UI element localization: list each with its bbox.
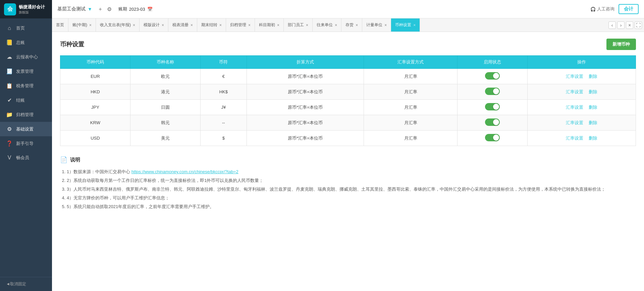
- sidebar-item-label-guide: 新手引导: [16, 141, 34, 147]
- toggle-0[interactable]: [485, 72, 500, 80]
- tab-close-template[interactable]: ×: [162, 23, 164, 28]
- new-currency-button[interactable]: 新增币种: [606, 39, 636, 50]
- toggle-1[interactable]: [485, 88, 500, 95]
- table-cell-2-actions: 汇率设置删除: [528, 100, 636, 115]
- notes-item-3: 3）人民币对马来西亚林吉特、俄罗斯卢布、南非兰特、韩元、阿联酋迪拉姆、沙特里亚尔…: [67, 185, 636, 194]
- dropdown-icon[interactable]: ▼: [88, 6, 92, 12]
- sidebar-item-invoice[interactable]: 🧾发票管理: [0, 64, 52, 79]
- sidebar-footer[interactable]: ◄取消固定: [0, 277, 52, 291]
- tab-label-template: 模版设计: [144, 22, 160, 28]
- tab-interim[interactable]: 账(中期)×: [68, 18, 96, 32]
- sidebar-item-label-tax: 税务管理: [16, 83, 34, 89]
- rate-settings-link-4[interactable]: 汇率设置: [566, 136, 583, 141]
- page-content: 币种设置 新增币种 币种代码币种名称币符折算方式汇率设置方式启用状态操作 EUR…: [52, 32, 644, 291]
- sidebar-item-home[interactable]: ⌂首页: [0, 21, 52, 35]
- sidebar-item-label-member: 畅会员: [16, 155, 29, 161]
- period-value: 2023-03: [129, 7, 145, 12]
- notes-item-2: 2）系统自动获取每月第一个工作日的汇率标价，统一为直接标价法，即1外币可以兑换的…: [67, 176, 636, 185]
- sidebar-item-label-invoice: 发票管理: [16, 68, 34, 75]
- tab-period-end[interactable]: 期末结转×: [197, 18, 226, 32]
- logo-icon: 会: [4, 3, 16, 15]
- tab-close-subject-init[interactable]: ×: [277, 23, 279, 28]
- sidebar-item-tax[interactable]: 📋税务管理: [0, 79, 52, 93]
- table-header-4: 汇率设置方式: [364, 56, 457, 69]
- china-money-link[interactable]: https://www.chinamoney.com.cn/chinese/bk…: [131, 169, 238, 174]
- tab-contacts[interactable]: 往来单位×: [313, 18, 341, 32]
- delete-link-4[interactable]: 删除: [589, 136, 597, 141]
- table-cell-2-3: 原币*汇率=本位币: [247, 100, 364, 115]
- table-cell-4-actions: 汇率设置删除: [528, 131, 636, 146]
- delete-link-2[interactable]: 删除: [589, 105, 597, 110]
- tab-close-unit[interactable]: ×: [384, 23, 387, 28]
- table-cell-3-3: 原币*汇率=本位币: [247, 115, 364, 131]
- logo-text: 畅捷通好会计 旗舰版: [19, 4, 45, 15]
- table-cell-0-actions: 汇率设置删除: [528, 69, 636, 84]
- tab-close-contacts[interactable]: ×: [335, 23, 337, 28]
- tab-subject-init[interactable]: 科目期初×: [255, 18, 284, 32]
- tab-close-tax-clearance[interactable]: ×: [191, 23, 193, 28]
- rate-settings-link-2[interactable]: 汇率设置: [566, 105, 583, 110]
- sidebar-item-archive[interactable]: 📁归档管理: [0, 107, 52, 122]
- tab-currency[interactable]: 币种设置×: [391, 18, 420, 32]
- toggle-4[interactable]: [485, 134, 500, 141]
- rate-settings-link-1[interactable]: 汇率设置: [566, 89, 583, 94]
- rate-settings-link-3[interactable]: 汇率设置: [566, 120, 583, 125]
- sidebar-item-checkout[interactable]: ✔结账: [0, 93, 52, 107]
- calendar-icon[interactable]: 📅: [147, 7, 153, 12]
- sidebar: 会 畅捷通好会计 旗舰版 ⌂首页📒总账☁云报表中心🧾发票管理📋税务管理✔结账📁归…: [0, 0, 52, 291]
- period-selector[interactable]: 账期 2023-03 📅: [118, 6, 153, 12]
- tab-close-period-end[interactable]: ×: [219, 23, 222, 28]
- tab-label-inventory: 存货: [345, 22, 354, 28]
- delete-link-1[interactable]: 删除: [589, 89, 597, 94]
- tab-tax-clearance[interactable]: 税表清册×: [168, 18, 197, 32]
- help-label: 人工咨询: [597, 6, 614, 12]
- tab-close-interim[interactable]: ×: [89, 23, 92, 28]
- sidebar-item-general-ledger[interactable]: 📒总账: [0, 35, 52, 50]
- sidebar-item-settings[interactable]: ⚙基础设置: [0, 122, 52, 136]
- toggle-2[interactable]: [485, 103, 500, 110]
- tab-template[interactable]: 模版设计×: [140, 18, 168, 32]
- tab-close-currency[interactable]: ×: [413, 23, 416, 28]
- nav-icon-general-ledger: 📒: [6, 39, 13, 46]
- tab-archive-mgmt[interactable]: 归档管理×: [226, 18, 255, 32]
- table-cell-0-1: 欧元: [130, 69, 200, 84]
- tab-home[interactable]: 首页: [52, 18, 68, 32]
- tab-close-archive-mgmt[interactable]: ×: [248, 23, 251, 28]
- tab-close-dept-staff[interactable]: ×: [306, 23, 308, 28]
- table-header-1: 币种名称: [130, 56, 200, 69]
- tab-income[interactable]: 收入支出表(年报)×: [96, 18, 140, 32]
- sidebar-item-member[interactable]: V畅会员: [0, 151, 52, 165]
- tab-close-all-button[interactable]: ×: [626, 21, 633, 29]
- delete-link-3[interactable]: 删除: [589, 120, 597, 125]
- user-role-button[interactable]: 会计: [619, 4, 639, 14]
- tab-dept-staff[interactable]: 部门员工×: [284, 18, 313, 32]
- toggle-3[interactable]: [485, 118, 500, 126]
- help-button[interactable]: 🎧 人工咨询: [590, 6, 614, 12]
- tab-inventory[interactable]: 存货×: [341, 18, 362, 32]
- tab-close-inventory[interactable]: ×: [356, 23, 358, 28]
- tab-prev-button[interactable]: ‹: [608, 21, 616, 29]
- tab-label-interim: 账(中期): [72, 22, 87, 28]
- rate-settings-link-0[interactable]: 汇率设置: [566, 74, 583, 79]
- tab-label-period-end: 期末结转: [201, 22, 217, 28]
- tab-expand-button[interactable]: ⛶: [635, 21, 642, 29]
- notes-list: 1）数据来源：中国外汇交易中心 https://www.chinamoney.c…: [60, 167, 636, 211]
- notes-title-text: 说明: [70, 157, 80, 163]
- tab-next-button[interactable]: ›: [617, 21, 625, 29]
- sidebar-item-guide[interactable]: ❓新手引导: [0, 136, 52, 151]
- table-cell-0-0: EUR: [60, 69, 130, 84]
- tab-unit[interactable]: 计量单位×: [362, 18, 391, 32]
- add-icon[interactable]: ＋: [98, 6, 103, 13]
- table-cell-0-2: €: [200, 69, 247, 84]
- table-cell-2-1: 日圆: [130, 100, 200, 115]
- settings-icon[interactable]: ⚙: [107, 6, 112, 12]
- sidebar-item-label-archive: 归档管理: [16, 112, 34, 118]
- tabbar: 首页账(中期)×收入支出表(年报)×模版设计×税表清册×期末结转×归档管理×科目…: [52, 18, 644, 32]
- table-cell-4-2: $: [200, 131, 247, 146]
- notes-item-0: 1）数据来源：中国外汇交易中心 https://www.chinamoney.c…: [67, 167, 636, 176]
- project-selector[interactable]: 基层工会测试 ▼: [57, 6, 92, 12]
- sidebar-item-reports[interactable]: ☁云报表中心: [0, 50, 52, 64]
- delete-link-0[interactable]: 删除: [589, 74, 597, 79]
- nav-icon-settings: ⚙: [6, 126, 13, 132]
- tab-close-income[interactable]: ×: [133, 23, 135, 28]
